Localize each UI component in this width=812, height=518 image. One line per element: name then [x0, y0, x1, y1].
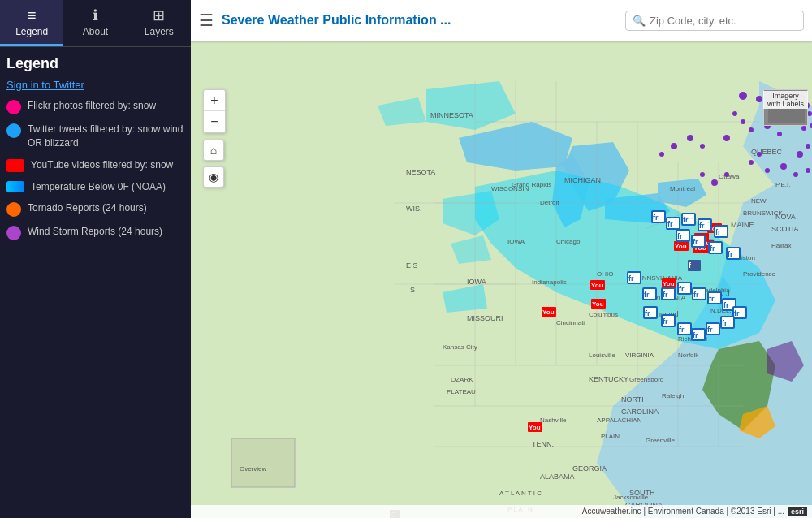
- tab-about[interactable]: ℹ About: [63, 0, 127, 46]
- svg-point-170: [749, 160, 754, 165]
- map-canvas[interactable]: MINNESOTA WISCONSIN MICHIGAN IOWA Chicag…: [191, 41, 812, 518]
- svg-text:E S: E S: [406, 261, 418, 270]
- svg-text:Greensboro: Greensboro: [629, 376, 664, 383]
- svg-text:IOWA: IOWA: [467, 278, 486, 286]
- flickr-color-swatch: [6, 100, 21, 114]
- svg-text:VIRGINIA: VIRGINIA: [625, 352, 654, 359]
- svg-text:fr: fr: [734, 309, 740, 317]
- svg-text:Providence: Providence: [743, 270, 776, 278]
- svg-text:fr: fr: [693, 238, 698, 246]
- svg-text:You: You: [675, 243, 687, 250]
- svg-text:You: You: [591, 282, 603, 289]
- tab-layers-label: Layers: [145, 26, 174, 37]
- svg-point-171: [765, 168, 770, 173]
- svg-point-144: [739, 92, 747, 100]
- svg-point-166: [700, 144, 705, 149]
- svg-text:Cincinnati: Cincinnati: [556, 319, 585, 326]
- svg-text:fr: fr: [663, 317, 668, 326]
- svg-text:NOVA: NOVA: [775, 213, 796, 221]
- search-icon: 🔍: [633, 15, 646, 27]
- layers-icon: ⊞: [153, 6, 165, 24]
- svg-text:OZARK: OZARK: [451, 376, 473, 383]
- legend-title: Legend: [6, 55, 184, 72]
- tornado-color-swatch: [6, 202, 21, 217]
- svg-text:APPALACHIAN: APPALACHIAN: [597, 417, 642, 424]
- svg-text:A T L A N T I C: A T L A N T I C: [499, 490, 542, 497]
- svg-text:fr: fr: [644, 291, 650, 299]
- svg-text:You: You: [663, 280, 675, 287]
- svg-point-176: [711, 179, 718, 186]
- sign-in-twitter-link[interactable]: Sign in to Twitter: [6, 79, 184, 91]
- svg-text:fr: fr: [693, 291, 699, 299]
- svg-text:NORTH: NORTH: [621, 395, 647, 404]
- svg-text:fr: fr: [723, 301, 729, 309]
- svg-text:OHIO: OHIO: [597, 270, 613, 278]
- svg-text:Raleigh: Raleigh: [662, 392, 684, 399]
- zoom-in-button[interactable]: +: [204, 90, 225, 111]
- svg-rect-180: [231, 438, 295, 487]
- svg-text:Detroit: Detroit: [540, 199, 559, 206]
- svg-text:WIS.: WIS.: [406, 205, 422, 213]
- esri-badge: esri: [788, 507, 807, 516]
- attribution-bar: Accuweather.inc | Environment Canada | ©…: [191, 505, 812, 518]
- svg-point-160: [723, 135, 730, 141]
- svg-text:fr: fr: [722, 319, 728, 327]
- search-input[interactable]: [650, 15, 797, 27]
- svg-text:MISSOURI: MISSOURI: [467, 314, 503, 322]
- svg-text:fr: fr: [653, 214, 659, 222]
- svg-text:NEW: NEW: [751, 197, 767, 205]
- svg-text:fr: fr: [677, 232, 683, 240]
- zoom-out-button[interactable]: −: [204, 111, 225, 132]
- svg-text:MAINE: MAINE: [731, 221, 754, 229]
- svg-text:fr: fr: [628, 274, 634, 283]
- svg-text:Grand Rapids: Grand Rapids: [512, 181, 551, 188]
- svg-text:MICHIGAN: MICHIGAN: [564, 176, 601, 184]
- search-box[interactable]: 🔍: [625, 11, 804, 31]
- zoom-controls: + −: [203, 89, 226, 133]
- locate-button[interactable]: ◉: [203, 166, 224, 188]
- map-svg: MINNESOTA WISCONSIN MICHIGAN IOWA Chicag…: [191, 41, 812, 518]
- svg-point-145: [756, 96, 762, 102]
- svg-point-157: [806, 144, 810, 149]
- tab-legend-label: Legend: [15, 26, 48, 37]
- home-button[interactable]: ⌂: [203, 140, 224, 161]
- svg-text:P.E.I.: P.E.I.: [775, 181, 791, 188]
- svg-text:S: S: [410, 286, 415, 294]
- svg-text:Overview: Overview: [240, 465, 267, 473]
- svg-text:fr: fr: [679, 326, 685, 334]
- svg-text:You: You: [542, 309, 555, 316]
- tab-layers[interactable]: ⊞ Layers: [127, 0, 191, 46]
- svg-text:Nashville: Nashville: [540, 417, 567, 424]
- svg-text:fr: fr: [645, 309, 650, 317]
- svg-point-168: [659, 152, 664, 157]
- legend-item-storm: Wind Storm Reports (24 hours): [6, 225, 184, 240]
- svg-text:NESOTA: NESOTA: [406, 168, 435, 176]
- svg-text:PLATEAU: PLATEAU: [447, 388, 476, 395]
- map-area[interactable]: ☰ Severe Weather Public Information ... …: [191, 0, 812, 518]
- svg-text:fr: fr: [707, 326, 713, 334]
- legend-icon: ≡: [28, 7, 37, 24]
- svg-point-159: [741, 119, 745, 124]
- svg-point-174: [806, 168, 810, 173]
- legend-temp-label: Temperature Below 0F (NOAA): [31, 180, 166, 194]
- svg-text:fr: fr: [709, 295, 715, 303]
- legend-tornado-label: Tornado Reports (24 hours): [28, 201, 147, 215]
- svg-text:Kansas City: Kansas City: [443, 343, 477, 351]
- svg-text:Columbus: Columbus: [589, 311, 618, 318]
- svg-point-161: [732, 111, 737, 116]
- svg-text:Montréal: Montréal: [670, 185, 695, 192]
- map-title: Severe Weather Public Information ...: [222, 13, 617, 28]
- legend-item-twitter: Twitter tweets filtered by: snow wind OR…: [6, 123, 184, 150]
- svg-text:fr: fr: [728, 250, 733, 258]
- svg-text:You: You: [529, 424, 541, 431]
- svg-text:fr: fr: [679, 285, 685, 293]
- svg-text:QUEBEC: QUEBEC: [751, 148, 783, 156]
- svg-text:Louisville: Louisville: [589, 352, 615, 359]
- svg-text:fr: fr: [663, 291, 668, 299]
- menu-hamburger-icon[interactable]: ☰: [199, 11, 214, 30]
- svg-text:SCOTIA: SCOTIA: [771, 225, 799, 233]
- tab-legend[interactable]: ≡ Legend: [0, 0, 63, 46]
- svg-text:fr: fr: [710, 244, 715, 253]
- svg-text:Halifax: Halifax: [771, 242, 791, 249]
- legend-item-tornado: Tornado Reports (24 hours): [6, 201, 184, 217]
